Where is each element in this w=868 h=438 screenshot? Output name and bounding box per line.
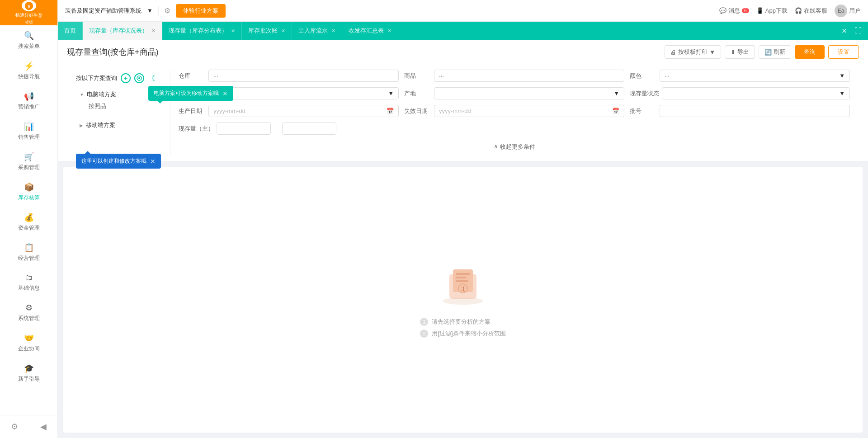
sidebar-item-guide[interactable]: 🎓 新手引导 <box>0 358 57 388</box>
sidebar-item-enterprise-label: 企业协同 <box>18 345 40 353</box>
scheme-item-bygoods[interactable]: 按照品 <box>76 100 166 112</box>
online-service-btn[interactable]: 🎧 在线客服 <box>795 7 827 15</box>
filter-divider <box>170 70 170 155</box>
expiry-date-field: 失效日期 yyyy-mm-dd 📅 <box>404 105 624 117</box>
app-download-btn[interactable]: 📱 App下载 <box>756 7 788 15</box>
sidebar-item-enterprise[interactable]: 🤝 企业协同 <box>0 328 57 358</box>
sidebar-item-marketing[interactable]: 📢 营销推广 <box>0 86 57 116</box>
graduation-icon: 🎓 <box>24 363 34 373</box>
warehouse-label: 仓库 <box>179 72 206 80</box>
tooltip-close-btn[interactable]: ✕ <box>222 90 228 97</box>
production-date-input[interactable]: yyyy-mm-dd 📅 <box>208 105 399 117</box>
goods-label: 商品 <box>404 72 431 80</box>
sidebar-item-sales[interactable]: 📊 销售管理 <box>0 116 57 146</box>
collapse-sidebar-btn[interactable]: ◀ <box>37 420 50 433</box>
edit-scheme-btn[interactable] <box>134 73 144 83</box>
scheme-group-mobile-label: 移动端方案 <box>86 121 115 129</box>
app-title-dropdown[interactable]: ▼ <box>147 7 153 14</box>
batch-input[interactable] <box>660 105 850 117</box>
color-select[interactable]: ··· ▼ <box>660 70 850 82</box>
print-chevron-icon: ▼ <box>709 49 715 56</box>
query-btn[interactable]: 查询 <box>795 45 825 59</box>
print-template-btn[interactable]: 🖨 按模板打印 ▼ <box>665 45 721 59</box>
gear-icon: ⚙ <box>25 303 33 313</box>
sidebar-item-search[interactable]: 🔍 搜索菜单 <box>0 25 57 56</box>
phone-icon: 📱 <box>756 7 764 14</box>
sidebar-item-basic[interactable]: 🗂 基础信息 <box>0 268 57 297</box>
filter-row-4: 现存量（主） — <box>179 122 850 135</box>
messages-btn[interactable]: 💬 消息 6 <box>719 7 749 15</box>
tab-home[interactable]: 首页 <box>58 22 83 40</box>
export-btn[interactable]: ⬇ 导出 <box>725 45 755 59</box>
export-label: 导出 <box>737 48 749 56</box>
sidebar-item-system[interactable]: ⚙ 系统管理 <box>0 297 57 328</box>
tab-dispatch-summary[interactable]: 收发存汇总表 ✕ <box>342 22 398 40</box>
chevron-down-icon: ▼ <box>147 7 153 14</box>
tab-batch-ledger[interactable]: 库存批次账 ✕ <box>242 22 292 40</box>
sidebar-item-purchase[interactable]: 🛒 采购管理 <box>0 146 57 177</box>
tab-close-all-btn[interactable]: ✕ <box>839 26 850 36</box>
sidebar-item-quick-label: 快捷导航 <box>18 73 40 80</box>
filter-row-3: 生产日期 yyyy-mm-dd 📅 失效日期 yyyy-mm-dd <box>179 105 850 117</box>
settings-btn[interactable]: ⚙ <box>7 420 22 433</box>
folder-icon: 🗂 <box>25 273 33 283</box>
empty-step-2: 2 用[过滤]条件来缩小分析范围 <box>420 328 505 339</box>
goods-select[interactable]: ··· <box>434 70 624 82</box>
calendar-icon-1: 📅 <box>387 108 394 114</box>
tooltip-text: 电脑方案可设为移动方案哦 <box>154 89 219 97</box>
tab-inout-flow[interactable]: 出入库流水 ✕ <box>292 22 342 40</box>
tab-batch-ledger-close[interactable]: ✕ <box>281 28 285 34</box>
sidebar-item-quick[interactable]: ⚡ 快捷导航 <box>0 56 57 86</box>
topbar-right: 💬 消息 6 📱 App下载 🎧 在线客服 Ea 用户 <box>719 5 861 17</box>
tab-inventory-status-close[interactable]: ✕ <box>151 28 156 34</box>
color-field: 颜色 ··· ▼ <box>630 70 850 82</box>
empty-step-1: 1 请先选择要分析的方案 <box>420 316 505 328</box>
cart-icon: 🛒 <box>24 152 34 162</box>
search-icon: 🔍 <box>24 31 34 41</box>
tab-fullscreen-btn[interactable]: ⛶ <box>852 26 864 36</box>
inv-qty-range: — <box>217 122 399 135</box>
user-profile-btn[interactable]: Ea 用户 <box>835 5 861 17</box>
tab-dispatch-summary-close[interactable]: ✕ <box>387 28 392 34</box>
sidebar-item-operations[interactable]: 📋 经营管理 <box>0 237 57 268</box>
tab-inventory-status[interactable]: 现存量（库存状况表） ✕ <box>83 22 162 40</box>
filter-section: 按以下方案查询 + 《 电脑方案 <box>67 64 859 161</box>
edit-tooltip-close-btn[interactable]: ✕ <box>150 158 156 165</box>
chevron-up-icon: ∧ <box>494 143 498 151</box>
sidebar-item-inventory[interactable]: 📦 库存核算 <box>0 177 57 207</box>
sidebar-item-sales-label: 销售管理 <box>18 133 40 141</box>
production-date-field: 生产日期 yyyy-mm-dd 📅 <box>179 105 399 117</box>
back-btn[interactable]: 《 <box>148 74 155 83</box>
tab-inventory-dist-close[interactable]: ✕ <box>231 28 235 34</box>
warehouse-dots: ··· <box>213 72 218 79</box>
topbar-settings-btn[interactable]: ⚙ <box>164 6 170 15</box>
filter-label: 按以下方案查询 <box>76 74 117 82</box>
svg-rect-9 <box>456 280 468 282</box>
headset-icon: 🎧 <box>795 7 802 14</box>
size-select[interactable]: ▼ <box>208 87 399 99</box>
tab-inventory-dist[interactable]: 现存量（库存分布表） ✕ <box>162 22 242 40</box>
collapse-btn[interactable]: ∧ 收起更多条件 <box>179 140 850 155</box>
add-scheme-btn[interactable]: + <box>121 73 131 83</box>
edit-tooltip: 这里可以创建和修改方案哦 ✕ <box>76 154 161 169</box>
tab-inout-flow-close[interactable]: ✕ <box>331 28 335 34</box>
sidebar-item-system-label: 系统管理 <box>18 315 40 322</box>
export-icon: ⬇ <box>731 49 736 56</box>
step-num-1: 1 <box>420 318 428 326</box>
scheme-group-mobile-header[interactable]: ▶ 移动端方案 <box>76 119 166 131</box>
inv-qty-min[interactable] <box>217 122 271 135</box>
origin-label: 产地 <box>404 89 431 98</box>
inv-qty-max[interactable] <box>282 122 336 135</box>
refresh-btn[interactable]: 🔄 刷新 <box>759 45 791 59</box>
scheme-group-mobile: ▶ 移动端方案 <box>76 119 166 131</box>
production-date-label: 生产日期 <box>179 107 206 115</box>
warehouse-select[interactable]: ··· <box>208 70 399 82</box>
industry-solution-btn[interactable]: 体验行业方案 <box>176 4 226 18</box>
filter-row-2: 尺码 ▼ 产地 ▼ <box>179 87 850 99</box>
expiry-date-input[interactable]: yyyy-mm-dd 📅 <box>434 105 624 117</box>
set-btn[interactable]: 设置 <box>828 45 859 59</box>
expiry-date-label: 失效日期 <box>404 107 431 115</box>
sidebar-item-finance[interactable]: 💰 资金管理 <box>0 207 57 237</box>
origin-select[interactable]: ▼ <box>434 87 624 99</box>
inv-status-select[interactable]: ▼ <box>662 87 850 99</box>
